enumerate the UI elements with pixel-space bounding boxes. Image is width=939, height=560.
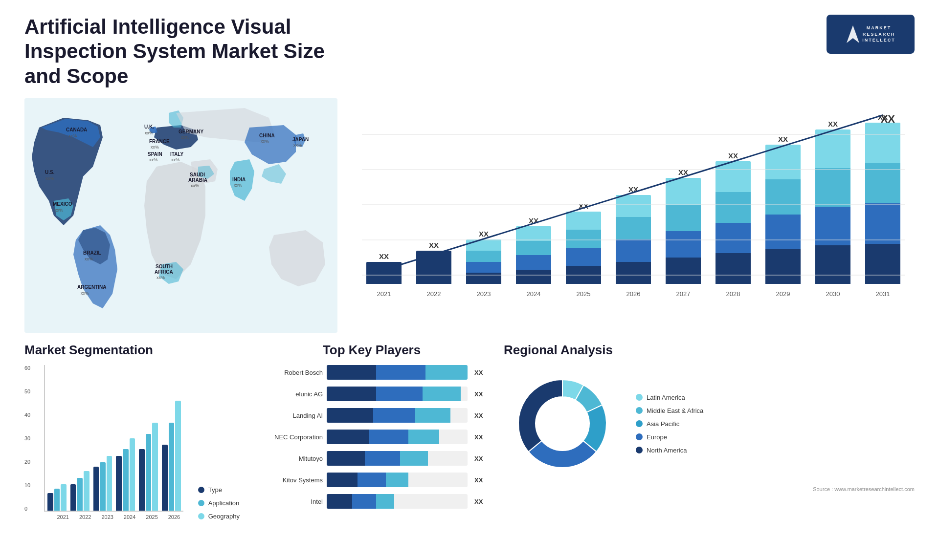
header: Artificial Intelligence Visual Inspectio…	[24, 15, 915, 88]
bar-value-2022: XX	[429, 241, 439, 249]
player-bar-seg	[327, 387, 376, 401]
source-text: Source : www.marketresearchintellect.com	[504, 486, 915, 492]
player-row: Robert BoschXX	[254, 365, 489, 380]
seg-y-20: 20	[24, 459, 30, 465]
player-bar-seg	[327, 408, 373, 423]
donut-chart-svg	[504, 365, 621, 482]
map-label-india: INDIA	[232, 177, 246, 182]
player-value: XX	[474, 390, 489, 398]
player-bar-seg	[408, 430, 439, 444]
seg-legend-item-type: Type	[198, 486, 240, 494]
seg-bar-2-1	[100, 462, 106, 511]
bar-value-2030: XX	[828, 120, 838, 128]
player-bar-seg	[376, 365, 425, 380]
map-label-italy: ITALY	[170, 151, 184, 157]
bar-group-2025: XX	[561, 113, 605, 284]
bar-chart-container: XXXXXXXXXXXXXXXXXXXXXX 20212022202320242…	[352, 98, 915, 333]
map-label-france: FRANCE	[149, 139, 170, 144]
logo: MARKET RESEARCH INTELLECT	[827, 15, 915, 54]
bars-wrapper: XXXXXXXXXXXXXXXXXXXXXX	[362, 108, 905, 284]
seg-bar-group-4	[139, 423, 158, 511]
year-label-2030: 2030	[811, 290, 855, 298]
player-bar-seg	[373, 408, 415, 423]
bar-group-2027: XX	[661, 113, 705, 284]
bar-value-2023: XX	[479, 230, 489, 238]
player-bar-container	[327, 494, 468, 509]
player-bar-seg	[327, 494, 352, 509]
seg-bar-2-0	[93, 467, 99, 511]
players-list: Robert BoschXXelunic AGXXLanding AIXXNEC…	[254, 365, 489, 512]
seg-legend-item-application: Application	[198, 499, 240, 507]
seg-y-axis: 60 50 40 30 20 10 0	[24, 365, 30, 512]
map-sublabel-us: xx%	[45, 176, 54, 181]
seg-bar-4-2	[152, 423, 158, 511]
seg-bar-5-2	[175, 401, 181, 511]
seg-bar-5-0	[162, 445, 168, 511]
map-sublabel-france: xx%	[151, 145, 159, 150]
player-bar-seg	[400, 451, 428, 466]
seg-bar-group-3	[116, 438, 135, 511]
map-sublabel-argentina: xx%	[81, 291, 89, 296]
map-sublabel-italy: xx%	[171, 157, 179, 162]
seg-chart	[44, 365, 183, 512]
player-bar-seg	[352, 494, 376, 509]
bar-group-2024: XX	[512, 113, 556, 284]
seg-legend: TypeApplicationGeography	[198, 486, 240, 520]
seg-content: 60 50 40 30 20 10 0 20212022202320242025…	[24, 365, 240, 520]
map-label-uk: U.K.	[144, 124, 154, 129]
bar-value-2025: XX	[579, 202, 588, 210]
seg-y-50: 50	[24, 388, 30, 394]
bottom-section: Market Segmentation 60 50 40 30 20 10 0	[24, 343, 915, 545]
player-bar-container	[327, 387, 468, 401]
map-sublabel-spain: xx%	[149, 157, 157, 162]
player-row: NEC CorporationXX	[254, 430, 489, 444]
regional-legend-item: Middle East & Africa	[636, 407, 703, 414]
bar-group-2030: XX	[811, 113, 855, 284]
year-label-2023: 2023	[462, 290, 506, 298]
logo-text-line2: RESEARCH	[862, 31, 895, 38]
year-label-2022: 2022	[412, 290, 456, 298]
seg-bar-5-1	[169, 423, 175, 511]
seg-y-10: 10	[24, 482, 30, 488]
player-bar-seg	[386, 473, 408, 487]
map-label-germany: GERMANY	[179, 129, 203, 134]
bar-group-2022: XX	[412, 113, 456, 284]
bar-group-2023: XX	[462, 113, 506, 284]
year-label-2029: 2029	[761, 290, 805, 298]
seg-bar-group-0	[47, 484, 67, 511]
player-bar-seg	[425, 365, 468, 380]
player-bar-seg	[327, 430, 369, 444]
player-value: XX	[474, 455, 489, 462]
seg-y-0: 0	[24, 506, 30, 512]
seg-bar-1-0	[70, 484, 76, 511]
bar-stack-2022	[416, 251, 451, 284]
seg-legend-dot	[198, 487, 204, 493]
player-value: XX	[474, 412, 489, 419]
seg-year-2023: 2023	[98, 514, 116, 520]
seg-bar-3-1	[123, 449, 129, 511]
bar-value-2026: XX	[628, 185, 638, 194]
seg-y-30: 30	[24, 435, 30, 441]
bar-stack-2028	[715, 161, 751, 284]
bar-stack-2024	[516, 226, 551, 284]
donut-segment	[529, 441, 597, 468]
bar-stack-2021	[366, 262, 402, 284]
bar-chart-wrapper: XXXXXXXXXXXXXXXXXXXXXX 20212022202320242…	[362, 108, 905, 308]
seg-bar-3-2	[130, 438, 135, 511]
seg-bar-group-2	[93, 456, 112, 511]
map-container: CANADA xx% U.S. xx% MEXICO xx% BRAZIL xx…	[24, 98, 337, 333]
map-sublabel-canada: xx%	[68, 133, 77, 138]
regional-legend-label: Latin America	[647, 394, 685, 401]
bar-stack-2026	[616, 195, 651, 284]
map-label-saudi: SAUDI	[190, 172, 205, 177]
map-sublabel-germany: xx%	[181, 135, 189, 140]
regional-legend: Latin AmericaMiddle East & AfricaAsia Pa…	[636, 394, 703, 454]
seg-year-2024: 2024	[120, 514, 138, 520]
player-name: elunic AG	[254, 390, 323, 398]
bar-group-2031: XX	[861, 113, 905, 284]
seg-legend-label: Geography	[208, 513, 240, 520]
regional-legend-label: Asia Pacific	[647, 420, 679, 428]
logo-text-line3: INTELLECT	[862, 37, 895, 43]
bar-stack-2030	[815, 129, 850, 284]
page-container: Artificial Intelligence Visual Inspectio…	[0, 0, 939, 560]
